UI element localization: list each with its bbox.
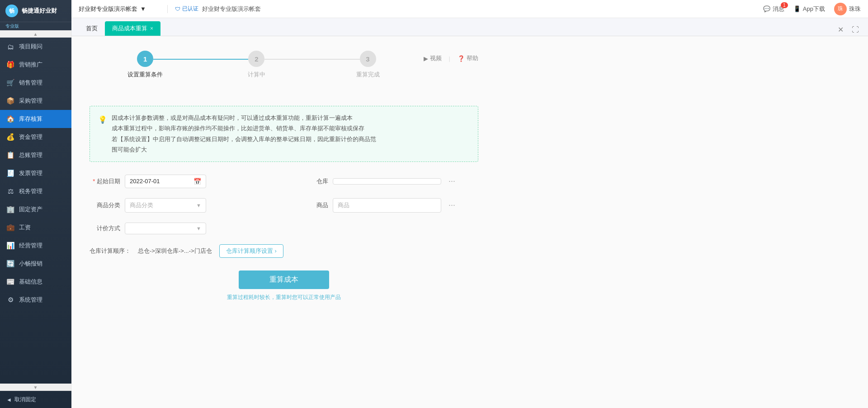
account-dropdown-icon: ▼ <box>140 5 146 12</box>
sidebar-logo: 畅 畅捷通好业财 <box>0 0 71 22</box>
sidebar-item-salary[interactable]: 💼 工资 <box>0 218 71 237</box>
form-row-2: 商品分类 商品分类 ▼ 商品 商品 ··· <box>90 198 478 213</box>
sidebar-item-finance[interactable]: 💰 资金管理 <box>0 128 71 146</box>
message-btn[interactable]: 💬 消息 1 <box>763 5 784 13</box>
goods-more-icon[interactable]: ··· <box>446 200 458 210</box>
help-icon: ❓ <box>458 55 465 62</box>
sidebar-item-purchase[interactable]: 📦 采购管理 <box>0 92 71 110</box>
topbar-divider <box>167 5 168 13</box>
warehouse-order-settings-btn[interactable]: 仓库计算顺序设置 › <box>219 244 283 258</box>
step2-circle: 2 <box>248 51 264 67</box>
step1-num: 1 <box>143 55 147 63</box>
step2-num: 2 <box>255 55 258 63</box>
shield-icon: 🛡 <box>175 6 180 12</box>
app-download-btn[interactable]: 📱 App下载 <box>793 5 825 13</box>
warehouse-more-icon[interactable]: ··· <box>446 176 458 186</box>
help-label: 帮助 <box>467 54 478 62</box>
start-date-input[interactable]: 2022-07-01 📅 <box>125 175 206 188</box>
form-row-1: 起始日期 2022-07-01 📅 仓库 ··· <box>90 175 478 188</box>
sidebar-item-label: 库存核算 <box>19 115 42 123</box>
sidebar-item-marketing[interactable]: 🎁 营销推广 <box>0 56 71 74</box>
step3-num: 3 <box>366 55 369 63</box>
sidebar-item-label: 工资 <box>19 223 31 232</box>
price-method-group: 计价方式 ▼ <box>90 223 478 234</box>
topbar: 好业财专业版演示帐套 ▼ 🛡 已认证 好业财专业版演示帐套 💬 消息 1 📱 A… <box>71 0 868 18</box>
step-2: 2 计算中 <box>201 51 312 79</box>
account-name: 好业财专业版演示帐套 <box>79 5 137 13</box>
info-line-1: 因成本计算参数调整，或是对商品成本有疑问时，可以通过成本重算功能，重新计算一遍成… <box>112 113 376 123</box>
app-download-label: App下载 <box>803 5 825 13</box>
topbar-right: 💬 消息 1 📱 App下载 珠 珠珠 <box>763 3 861 15</box>
sidebar-item-label: 基础信息 <box>19 278 42 286</box>
tab-home[interactable]: 首页 <box>79 21 105 36</box>
step1-label: 设置重算条件 <box>127 71 163 79</box>
sidebar-item-assets[interactable]: 🏢 固定资产 <box>0 200 71 218</box>
step1-circle: 1 <box>137 51 153 67</box>
price-method-select[interactable]: ▼ <box>125 223 206 234</box>
goods-placeholder: 商品 <box>338 201 436 209</box>
sidebar-item-operations[interactable]: 📊 经营管理 <box>0 237 71 255</box>
recalc-btn-label: 重算成本 <box>269 275 298 283</box>
project-icon: 🗂 <box>6 43 14 51</box>
sidebar-item-system[interactable]: ⚙ 系统管理 <box>0 291 71 309</box>
category-group: 商品分类 商品分类 ▼ <box>90 198 270 213</box>
steps-actions: ▶ 视频 | ❓ 帮助 <box>424 51 478 62</box>
sidebar-scroll-up[interactable]: ▲ <box>0 30 71 38</box>
step3-label: 重算完成 <box>356 71 380 79</box>
video-btn[interactable]: ▶ 视频 <box>424 54 442 62</box>
account-selector[interactable]: 好业财专业版演示帐套 ▼ <box>79 5 160 13</box>
sidebar-item-label: 发票管理 <box>19 169 42 177</box>
message-badge: 1 <box>781 2 788 8</box>
app-logo-icon: 畅 <box>5 5 18 17</box>
expand-icon[interactable]: ⛶ <box>850 24 861 36</box>
tab-home-label: 首页 <box>86 24 98 33</box>
goods-label: 商品 <box>297 201 328 209</box>
warehouse-order-row: 仓库计算顺序： 总仓->深圳仓库->...->门店仓 仓库计算顺序设置 › <box>90 244 478 258</box>
sidebar-item-basic[interactable]: 📰 基础信息 <box>0 273 71 291</box>
tax-icon: ⚖ <box>6 187 14 195</box>
sidebar-item-accounting[interactable]: 📋 总账管理 <box>0 146 71 164</box>
info-box: 💡 因成本计算参数调整，或是对商品成本有疑问时，可以通过成本重算功能，重新计算一… <box>90 106 478 162</box>
help-btn[interactable]: ❓ 帮助 <box>458 54 478 62</box>
marketing-icon: 🎁 <box>6 61 14 69</box>
video-label: 视频 <box>430 54 442 62</box>
sidebar-scroll-down[interactable]: ▼ <box>0 384 71 391</box>
sidebar-item-label: 小畅报销 <box>19 260 42 268</box>
warehouse-group: 仓库 ··· <box>297 176 478 186</box>
step2-label: 计算中 <box>248 71 265 79</box>
goods-input[interactable]: 商品 <box>333 198 441 213</box>
finance-icon: 💰 <box>6 133 14 141</box>
sidebar-item-sales[interactable]: 🛒 销售管理 <box>0 74 71 92</box>
start-date-group: 起始日期 2022-07-01 📅 <box>90 175 270 188</box>
assets-icon: 🏢 <box>6 205 14 213</box>
sidebar-item-inventory[interactable]: 🏠 库存核算 <box>0 110 71 128</box>
start-date-label: 起始日期 <box>90 177 120 185</box>
warehouse-input[interactable] <box>333 178 441 185</box>
sidebar-item-label: 营销推广 <box>19 61 42 69</box>
steps-container: 1 设置重算条件 2 计算中 3 <box>90 51 478 93</box>
step3-circle: 3 <box>360 51 376 67</box>
sidebar-item-label: 税务管理 <box>19 187 42 195</box>
sidebar-item-invoice[interactable]: 🧾 发票管理 <box>0 164 71 182</box>
sidebar-item-tax[interactable]: ⚖ 税务管理 <box>0 182 71 200</box>
pin-icon: ◄ <box>6 397 12 403</box>
warehouse-btn-label: 仓库计算顺序设置 <box>226 247 273 255</box>
user-profile[interactable]: 珠 珠珠 <box>834 3 861 15</box>
basic-icon: 📰 <box>6 278 14 286</box>
main-area: 好业财专业版演示帐套 ▼ 🛡 已认证 好业财专业版演示帐套 💬 消息 1 📱 A… <box>71 0 868 408</box>
tabbar-right: ✕ ⛶ <box>836 24 861 36</box>
recalc-btn[interactable]: 重算成本 <box>239 270 329 289</box>
calendar-icon: 📅 <box>193 178 201 185</box>
sidebar-item-expense[interactable]: 🔄 小畅报销 <box>0 255 71 273</box>
warehouse-label: 仓库 <box>297 177 328 185</box>
category-select[interactable]: 商品分类 ▼ <box>125 198 206 213</box>
info-line-3: 若【系统设置】中启用了自动调整记账日期时，会调整入库单的整单记账日期，因此重新计… <box>112 134 376 144</box>
tab-close-icon[interactable]: × <box>150 25 153 32</box>
tab-recalc[interactable]: 商品成本重算 × <box>105 21 160 36</box>
tabbar: 首页 商品成本重算 × ✕ ⛶ <box>71 18 868 36</box>
category-label: 商品分类 <box>90 201 120 209</box>
sidebar-pin-toggle[interactable]: ◄ 取消固定 <box>0 391 71 408</box>
video-icon: ▶ <box>424 55 428 62</box>
close-window-icon[interactable]: ✕ <box>836 24 845 36</box>
sidebar-item-project[interactable]: 🗂 项目顾问 <box>0 38 71 56</box>
